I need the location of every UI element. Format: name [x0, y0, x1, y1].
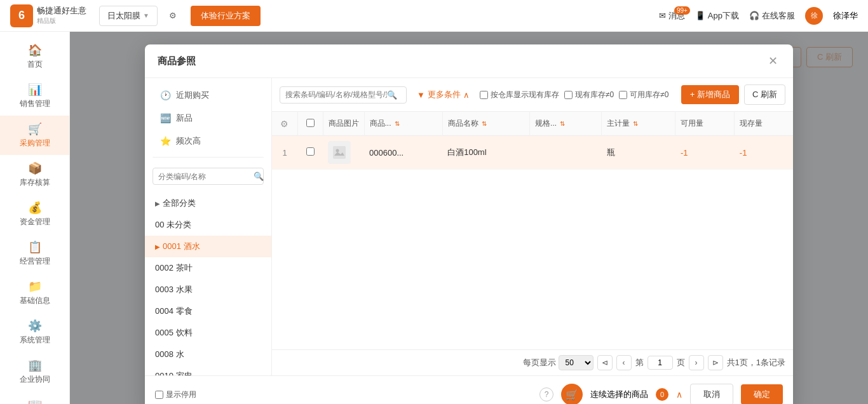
messages-btn[interactable]: ✉ 消息 99+: [659, 10, 685, 22]
search-icon[interactable]: 🔍: [387, 90, 397, 100]
modal-overlay: 商品参照 ✕ 🕐 近期购买 🆕: [70, 32, 868, 404]
logo-text: 畅捷通好生意: [37, 6, 86, 17]
filter-btn[interactable]: ▼ 更多条件 ∧: [412, 86, 475, 104]
row-checkbox[interactable]: [306, 147, 315, 156]
sort-icon[interactable]: ⇅: [482, 120, 487, 127]
arrow-icon: ▶: [155, 200, 160, 207]
svg-rect-0: [333, 146, 346, 159]
category-label: 全部分类: [163, 198, 196, 209]
settings-icon[interactable]: ⚙: [163, 6, 183, 26]
logo-sub: 精品版: [37, 17, 86, 25]
category-all[interactable]: ▶ 全部分类: [145, 192, 271, 214]
td-row-num: 1: [272, 136, 297, 170]
logo-icon: 6: [10, 4, 33, 27]
checkbox-available-stock[interactable]: 现有库存≠0: [564, 90, 614, 100]
sidebar-item-operations[interactable]: 📋 经营管理: [0, 234, 69, 273]
td-product-img: [323, 136, 364, 170]
basic-info-icon: 📁: [28, 279, 42, 293]
sidebar-item-basic-info[interactable]: 📁 基础信息: [0, 273, 69, 313]
tab-new-product[interactable]: 🆕 新品: [153, 107, 264, 129]
nav-right: ✉ 消息 99+ 📱 App下载 🎧 在线客服 徐 徐泽华: [659, 7, 858, 25]
checkbox-available-label: 现有库存≠0: [575, 90, 614, 100]
category-unclassified[interactable]: 00 未分类: [145, 214, 271, 236]
category-alcohol[interactable]: ▶ 0001 酒水: [145, 236, 271, 257]
next-page-btn[interactable]: ›: [689, 355, 704, 370]
category-tea[interactable]: 0002 茶叶: [145, 257, 271, 279]
gear-icon[interactable]: ⚙: [280, 119, 288, 129]
modal-close-btn[interactable]: ✕: [765, 53, 780, 69]
online-service-btn[interactable]: 🎧 在线客服: [749, 10, 795, 22]
right-panel: 🔍 ▼ 更多条件 ∧ 按仓库显示现有库存: [272, 78, 793, 375]
checkbox-usable-stock[interactable]: 可用库存≠0: [619, 90, 668, 100]
show-disabled-label[interactable]: 显示停用: [155, 389, 196, 400]
category-water[interactable]: 0008 水: [145, 344, 271, 365]
td-product-code: 000600...: [364, 136, 442, 170]
usable-stock-checkbox[interactable]: [619, 91, 627, 99]
prev-page-btn[interactable]: ‹: [616, 355, 632, 370]
warehouse-stock-checkbox[interactable]: [480, 91, 488, 99]
tab-label: 新品: [176, 112, 193, 124]
category-beverage[interactable]: 0005 饮料: [145, 322, 271, 344]
sort-icon[interactable]: ⇅: [395, 120, 400, 127]
online-service-label: 在线客服: [762, 10, 795, 22]
checkbox-warehouse-stock[interactable]: 按仓库显示现有库存: [480, 90, 559, 100]
table-row[interactable]: 1: [272, 136, 793, 170]
refresh-btn[interactable]: C 刷新: [744, 84, 785, 105]
category-appliance[interactable]: 0010 家电: [145, 365, 271, 375]
per-page-label: 每页显示: [523, 357, 556, 368]
app-download-btn[interactable]: 📱 App下载: [695, 10, 739, 22]
search-icon[interactable]: 🔍: [254, 172, 264, 181]
select-all-checkbox[interactable]: [306, 119, 315, 127]
available-stock-checkbox[interactable]: [564, 91, 573, 99]
cancel-btn[interactable]: 取消: [690, 384, 733, 404]
sort-icon[interactable]: ⇅: [560, 120, 565, 127]
tab-label: 频次高: [176, 135, 201, 147]
sidebar-item-system[interactable]: ⚙️ 系统管理: [0, 313, 69, 352]
sidebar-item-home[interactable]: 🏠 首页: [0, 37, 69, 76]
show-disabled-checkbox[interactable]: [155, 391, 163, 399]
last-page-btn[interactable]: ⊳: [708, 355, 723, 370]
sidebar-item-sales[interactable]: 📊 销售管理: [0, 76, 69, 116]
sidebar-item-guide[interactable]: 📖 新手引导: [0, 391, 69, 404]
confirm-btn[interactable]: 确定: [741, 384, 783, 404]
td-checkbox[interactable]: [297, 136, 323, 170]
help-icon[interactable]: ?: [539, 387, 553, 401]
category-snack[interactable]: 0004 零食: [145, 300, 271, 322]
category-fruit[interactable]: 0003 水果: [145, 279, 271, 300]
th-product-img: 商品图片: [323, 112, 364, 136]
total-info: 共1页，1条记录: [727, 357, 785, 368]
logo-text-wrap: 畅捷通好生意 精品版: [37, 6, 86, 25]
category-list: ▶ 全部分类 00 未分类 ▶ 0001 酒水 0002 茶: [145, 190, 271, 375]
sidebar-item-inventory[interactable]: 📦 库存核算: [0, 155, 69, 194]
sort-icon[interactable]: ⇅: [633, 120, 638, 127]
category-label: 0001 酒水: [163, 241, 200, 252]
logo-area: 6 畅捷通好生意 精品版: [10, 4, 86, 27]
sidebar-item-label: 经营管理: [20, 256, 50, 267]
user-avatar[interactable]: 徐: [805, 7, 823, 25]
continuous-select-label: 连续选择的商品: [590, 389, 648, 400]
category-label: 0004 零食: [155, 306, 193, 317]
sidebar-item-finance[interactable]: 💰 资金管理: [0, 194, 69, 234]
th-checkbox: [297, 112, 323, 136]
category-search-box: 🔍: [153, 168, 264, 185]
th-product-name: 商品名称 ⇅: [442, 112, 529, 136]
filter-icon: ▼: [417, 90, 425, 100]
product-search-input[interactable]: [285, 90, 387, 99]
per-page-select[interactable]: 50 20 100 200: [559, 355, 593, 370]
page-input[interactable]: [648, 356, 673, 370]
svg-point-1: [336, 149, 339, 152]
page-suffix: 页: [677, 357, 685, 368]
trial-btn[interactable]: 体验行业方案: [191, 6, 261, 26]
first-page-btn[interactable]: ⊲: [597, 355, 613, 370]
sidebar-item-purchase[interactable]: 🛒 采购管理: [0, 116, 69, 155]
tab-high-freq[interactable]: ⭐ 频次高: [153, 130, 264, 152]
sidebar-item-enterprise[interactable]: 🏢 企业协同: [0, 352, 69, 391]
category-search-input[interactable]: [158, 172, 254, 181]
add-product-btn[interactable]: + 新增商品: [681, 85, 739, 104]
store-dropdown[interactable]: 日太阳膜 ▼: [99, 6, 158, 26]
th-available: 可用量: [675, 112, 735, 136]
tab-recent-purchase[interactable]: 🕐 近期购买: [153, 84, 264, 106]
collapse-cart-icon[interactable]: ∧: [676, 389, 682, 400]
cart-icon[interactable]: 🛒: [561, 384, 583, 404]
phone-icon: 📱: [695, 11, 705, 20]
